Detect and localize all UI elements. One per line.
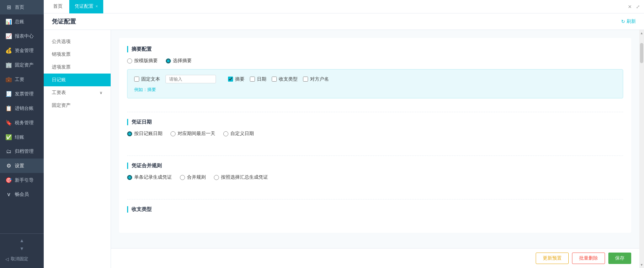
sidebar-item-trade[interactable]: 📋 进销台账 (0, 101, 44, 116)
sidebar-pin-button[interactable]: ◁ 取消固定 (0, 253, 44, 265)
divider-2 (127, 155, 623, 156)
sidebar: ⊞ 首页 📊 总账 📈 报表中心 💰 资金管理 🏢 固定资产 💼 工资 🧾 发票… (0, 0, 44, 268)
sidebar-item-tax[interactable]: 🔖 税务管理 (0, 116, 44, 130)
left-nav-payroll-table[interactable]: 工资表 ∨ (44, 86, 111, 99)
checkbox-counterparty[interactable]: 对方户名 (303, 76, 329, 82)
summary-radio-group: 按模版摘要 选择摘要 (127, 58, 623, 64)
checkbox-date[interactable]: 日期 (250, 76, 266, 82)
tab-bar-right: ✕ ⤢ (628, 4, 640, 9)
sidebar-item-close-accounts[interactable]: ✅ 结账 (0, 130, 44, 144)
sidebar-scroll-down[interactable]: ▼ (0, 244, 44, 253)
config-content: 摘要配置 按模版摘要 选择摘要 (119, 38, 631, 233)
assets-icon: 🏢 (5, 62, 12, 68)
trade-icon: 📋 (5, 105, 12, 111)
sidebar-item-guide[interactable]: 🎯 新手引导 (0, 173, 44, 187)
tab-close-button[interactable]: × (96, 4, 98, 9)
right-content: 摘要配置 按模版摘要 选择摘要 (111, 30, 639, 248)
radio-journal-date[interactable]: 按日记账日期 (127, 131, 162, 137)
radio-custom-date[interactable]: 自定义日期 (223, 131, 254, 137)
date-section: 凭证日期 按日记账日期 对应期间最后一天 (127, 119, 623, 149)
main-area: 首页 凭证配置 × ✕ ⤢ 凭证配置 ↻ 刷新 公共选项 (44, 0, 644, 268)
guide-icon: 🎯 (5, 177, 12, 183)
main-wrapper: 凭证配置 ↻ 刷新 公共选项 销项发票 进项发票 日记账 (44, 13, 644, 268)
left-nav-sales-invoice[interactable]: 销项发票 (44, 48, 111, 61)
left-nav: 公共选项 销项发票 进项发票 日记账 工资表 ∨ 固定资产 (44, 30, 111, 268)
sidebar-item-invoice[interactable]: 🧾 发票管理 (0, 87, 44, 101)
reports-icon: 📈 (5, 33, 12, 39)
sidebar-scroll-up[interactable]: ▲ (0, 236, 44, 244)
bottom-bar: 更新预置 批量删除 保存 (111, 248, 639, 268)
summary-checkbox-row: 固定文本 摘要 日期 (134, 75, 616, 83)
save-button[interactable]: 保存 (608, 253, 631, 264)
invoice-icon: 🧾 (5, 91, 12, 97)
sidebar-item-member[interactable]: V 畅会员 (0, 187, 44, 202)
left-nav-journal[interactable]: 日记账 (44, 74, 111, 86)
date-section-title: 凭证日期 (127, 119, 623, 125)
radio-template-summary[interactable]: 按模版摘要 (127, 58, 158, 64)
scroll-thumb[interactable] (640, 43, 643, 63)
sidebar-item-funds[interactable]: 💰 资金管理 (0, 43, 44, 58)
merge-radio-group: 单条记录生成凭证 合并规则 按照选择汇总生成凭证 (127, 174, 623, 180)
divider-1 (127, 112, 623, 112)
ledger-icon: 📊 (5, 18, 12, 25)
merge-section-title: 凭证合并规则 (127, 163, 623, 169)
archive-icon: 🗂 (5, 148, 12, 154)
member-icon: V (5, 192, 12, 197)
left-nav-purchase-invoice[interactable]: 进项发票 (44, 61, 111, 74)
update-preview-button[interactable]: 更新预置 (536, 253, 569, 264)
page-title: 凭证配置 (52, 17, 76, 26)
summary-section-title: 摘要配置 (127, 46, 623, 52)
close-accounts-icon: ✅ (5, 134, 12, 140)
summary-box: 固定文本 摘要 日期 (127, 69, 623, 98)
scroll-down-arrow[interactable]: ▼ (639, 262, 644, 268)
summary-section: 摘要配置 按模版摘要 选择摘要 (127, 46, 623, 105)
refresh-icon: ↻ (621, 19, 625, 24)
pin-icon: ◁ (5, 257, 9, 262)
tab-home[interactable]: 首页 (48, 0, 68, 13)
scroll-rail: ▲ ▼ (639, 30, 644, 268)
merge-section: 凭证合并规则 单条记录生成凭证 合并规则 (127, 163, 623, 192)
content-body: 公共选项 销项发票 进项发票 日记账 工资表 ∨ 固定资产 (44, 30, 644, 268)
income-section-title: 收支类型 (127, 206, 623, 213)
radio-aggregate[interactable]: 按照选择汇总生成凭证 (214, 174, 268, 180)
checkbox-income-type[interactable]: 收支类型 (272, 76, 298, 82)
checkbox-fixed-text[interactable]: 固定文本 (134, 76, 160, 82)
close-window-icon[interactable]: ✕ (628, 4, 632, 9)
sidebar-item-fixed-assets[interactable]: 🏢 固定资产 (0, 58, 44, 72)
settings-icon: ⚙ (5, 163, 12, 169)
batch-delete-button[interactable]: 批量删除 (572, 253, 605, 264)
sidebar-item-reports[interactable]: 📈 报表中心 (0, 29, 44, 43)
radio-select-summary[interactable]: 选择摘要 (166, 58, 192, 64)
sidebar-item-payroll[interactable]: 💼 工资 (0, 72, 44, 87)
chevron-down-icon: ∨ (100, 90, 103, 95)
divider-3 (127, 199, 623, 199)
home-icon: ⊞ (5, 4, 12, 10)
sidebar-item-archive[interactable]: 🗂 归档管理 (0, 144, 44, 159)
tax-icon: 🔖 (5, 120, 12, 126)
sidebar-item-settings[interactable]: ⚙ 设置 (0, 159, 44, 173)
left-nav-fixed-assets-sub[interactable]: 固定资产 (44, 99, 111, 112)
page-header: 凭证配置 ↻ 刷新 (44, 13, 644, 30)
radio-period-last-day[interactable]: 对应期间最后一天 (171, 131, 215, 137)
fixed-text-input[interactable] (165, 75, 216, 83)
resize-window-icon[interactable]: ⤢ (636, 4, 640, 9)
tab-voucher-config[interactable]: 凭证配置 × (69, 0, 103, 13)
refresh-button[interactable]: ↻ 刷新 (621, 18, 636, 25)
sidebar-bottom: ▲ ▼ ◁ 取消固定 (0, 233, 44, 268)
radio-merge-rule[interactable]: 合并规则 (180, 174, 206, 180)
date-radio-group: 按日记账日期 对应期间最后一天 自定义日期 (127, 131, 623, 137)
left-nav-public[interactable]: 公共选项 (44, 35, 111, 48)
summary-example: 例如：摘要 (134, 87, 616, 93)
checkbox-summary[interactable]: 摘要 (228, 76, 244, 82)
payroll-icon: 💼 (5, 76, 12, 83)
funds-icon: 💰 (5, 47, 12, 54)
sidebar-item-home[interactable]: ⊞ 首页 (0, 0, 44, 14)
income-section: 收支类型 (127, 206, 623, 225)
tab-bar: 首页 凭证配置 × ✕ ⤢ (44, 0, 644, 13)
radio-single-record[interactable]: 单条记录生成凭证 (127, 174, 172, 180)
sidebar-item-ledger[interactable]: 📊 总账 (0, 14, 44, 29)
scroll-up-arrow[interactable]: ▲ (639, 30, 644, 36)
